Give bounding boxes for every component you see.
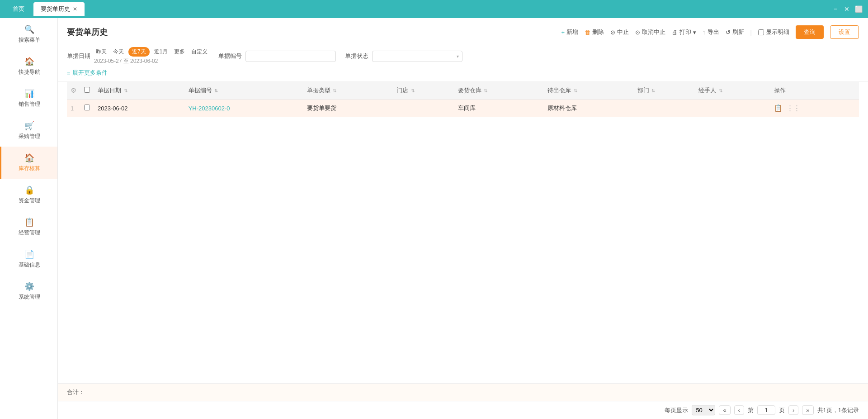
display-detail-input[interactable] [758, 29, 764, 35]
col-doc-type-label: 单据类型 [307, 87, 330, 94]
operations-icon: 📋 [24, 217, 34, 227]
sidebar-item-system[interactable]: ⚙️ 系统管理 [0, 275, 57, 307]
pending-warehouse-sort-icon: ⇅ [574, 88, 577, 93]
table-body: 1 2023-06-02 YH-20230602-0 要货单要货 车间库 原材料… [67, 100, 859, 117]
date-btn-more[interactable]: 更多 [172, 47, 187, 57]
status-select[interactable] [372, 51, 462, 62]
row-doc-type: 要货单要货 [303, 100, 393, 117]
top-bar: 首页 要货单历史 ✕ － ✕ ⬜ [0, 0, 868, 18]
sidebar-item-operations[interactable]: 📋 经营管理 [0, 211, 57, 243]
row-doc-no[interactable]: YH-20230602-0 [185, 100, 303, 117]
query-button[interactable]: 查询 [796, 25, 824, 39]
refresh-button[interactable]: ↺ 刷新 [726, 28, 744, 36]
col-department-label: 部门 [637, 87, 649, 94]
print-icon: 🖨 [672, 29, 678, 36]
col-doc-date[interactable]: 单据日期 ⇅ [94, 82, 185, 100]
row-store [393, 100, 454, 117]
table-footer: 合计： [58, 383, 868, 401]
content-area: 要货单历史 + 新增 🗑 删除 ⊘ 中止 ⊙ 取消中止 [58, 18, 868, 419]
col-req-warehouse[interactable]: 要货仓库 ⇅ [454, 82, 544, 100]
col-operation: 操作 [770, 82, 859, 100]
date-btn-custom[interactable]: 自定义 [189, 47, 209, 57]
sidebar-item-basic-info[interactable]: 📄 基础信息 [0, 243, 57, 275]
export-button[interactable]: ↑ 导出 [703, 28, 719, 36]
settings-button[interactable]: 设置 [830, 25, 859, 39]
date-range-buttons: 昨天 今天 近7天 近1月 更多 自定义 [94, 47, 209, 57]
select-all-checkbox[interactable] [84, 87, 90, 93]
export-icon: ↑ [703, 29, 706, 36]
expand-more-button[interactable]: ≡ 展开更多条件 [67, 69, 859, 77]
col-doc-no[interactable]: 单据编号 ⇅ [185, 82, 303, 100]
display-detail-checkbox[interactable]: 显示明细 [758, 28, 789, 36]
col-store[interactable]: 门店 ⇅ [393, 82, 454, 100]
print-button[interactable]: 🖨 打印 ▾ [672, 28, 696, 36]
filter-group-date: 单据日期 昨天 今天 近7天 近1月 更多 自定义 2023-05-27 至 2… [67, 47, 209, 65]
window-minimize-icon[interactable]: － [832, 5, 839, 13]
stop-icon: ⊘ [610, 29, 615, 36]
lock-icon: 🔒 [24, 185, 34, 195]
sidebar-item-sales[interactable]: 📊 销售管理 [0, 82, 57, 114]
date-btn-yesterday[interactable]: 昨天 [94, 47, 108, 57]
row-edit-icon[interactable]: 📋 [774, 104, 783, 112]
home-icon: 🏠 [24, 57, 34, 67]
export-label: 导出 [708, 28, 719, 36]
sidebar-label-purchase: 采购管理 [19, 133, 40, 140]
row-num: 1 [67, 100, 80, 117]
gear-icon: ⚙️ [24, 281, 34, 291]
date-btn-recent7[interactable]: 近7天 [128, 47, 150, 57]
tab-close-icon[interactable]: ✕ [73, 6, 77, 12]
prev-page-button[interactable]: ‹ [734, 405, 744, 415]
inventory-icon: 🏠 [24, 153, 34, 163]
top-bar-right: － ✕ ⬜ [832, 5, 863, 13]
chart-icon: 📊 [24, 89, 34, 99]
cancel-stop-button[interactable]: ⊙ 取消中止 [635, 28, 665, 36]
tab-home[interactable]: 首页 [5, 2, 32, 16]
sidebar-label-search: 搜索菜单 [19, 36, 40, 44]
date-btn-today[interactable]: 今天 [111, 47, 126, 57]
cancel-stop-icon: ⊙ [635, 29, 640, 36]
sidebar-item-quick-nav[interactable]: 🏠 快捷导航 [0, 50, 57, 82]
data-table: ⚙ 单据日期 ⇅ 单据编号 ⇅ [67, 82, 859, 117]
next-page-button[interactable]: › [788, 405, 798, 415]
row-checkbox-cell[interactable] [80, 100, 94, 117]
sidebar-label-basic-info: 基础信息 [19, 261, 40, 269]
doc-no-input[interactable] [245, 51, 336, 62]
col-settings: ⚙ [67, 82, 80, 100]
filter-group-doc-no: 单据编号 [218, 51, 336, 62]
row-more-icon[interactable]: ⋮⋮ [787, 104, 800, 112]
col-doc-no-label: 单据编号 [189, 87, 212, 94]
summary-label: 合计： [67, 389, 85, 395]
first-page-button[interactable]: « [719, 405, 730, 415]
per-page-select[interactable]: 50 20 100 200 [692, 405, 715, 415]
sidebar-item-purchase[interactable]: 🛒 采购管理 [0, 114, 57, 147]
plus-icon: + [561, 29, 565, 36]
sidebar-item-finance[interactable]: 🔒 资金管理 [0, 179, 57, 211]
doc-no-link[interactable]: YH-20230602-0 [189, 105, 230, 112]
col-handler-label: 经手人 [698, 87, 716, 94]
col-doc-type[interactable]: 单据类型 ⇅ [303, 82, 393, 100]
col-pending-warehouse[interactable]: 待出仓库 ⇅ [544, 82, 634, 100]
date-btn-recent1month[interactable]: 近1月 [152, 47, 170, 57]
store-sort-icon: ⇅ [411, 88, 415, 93]
window-close-icon[interactable]: ✕ [844, 5, 849, 13]
sidebar-item-search[interactable]: 🔍 搜索菜单 [0, 18, 57, 50]
main-layout: 🔍 搜索菜单 🏠 快捷导航 📊 销售管理 🛒 采购管理 🏠 库存核算 🔒 资金管… [0, 18, 868, 419]
col-store-label: 门店 [396, 87, 408, 94]
delete-button[interactable]: 🗑 删除 [585, 28, 604, 36]
last-page-button[interactable]: » [802, 405, 813, 415]
stop-button[interactable]: ⊘ 中止 [610, 28, 629, 36]
current-page-input[interactable] [757, 405, 775, 415]
department-sort-icon: ⇅ [651, 88, 655, 93]
window-maximize-icon[interactable]: ⬜ [855, 5, 863, 13]
display-detail-label: 显示明细 [766, 28, 789, 36]
add-button[interactable]: + 新增 [561, 28, 579, 36]
tab-requisition-history[interactable]: 要货单历史 ✕ [33, 2, 85, 16]
row-checkbox[interactable] [84, 105, 90, 110]
sidebar-item-inventory[interactable]: 🏠 库存核算 [0, 147, 57, 179]
col-department[interactable]: 部门 ⇅ [634, 82, 695, 100]
col-operation-label: 操作 [774, 87, 786, 94]
col-checkbox-all[interactable] [80, 82, 94, 100]
sidebar-label-system: 系统管理 [19, 293, 40, 301]
col-handler[interactable]: 经手人 ⇅ [695, 82, 770, 100]
table-settings-icon[interactable]: ⚙ [71, 86, 76, 94]
